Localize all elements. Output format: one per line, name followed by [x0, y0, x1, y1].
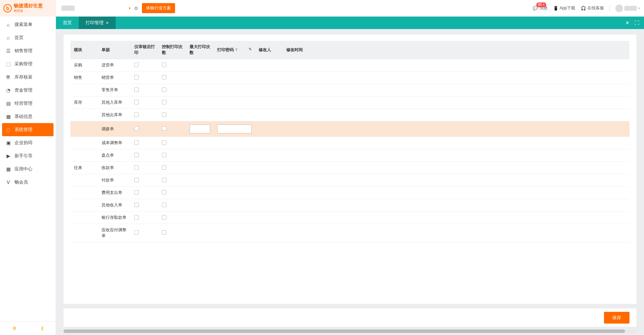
logo-text: 畅捷通好生意 [14, 3, 43, 8]
tab-0[interactable]: 首页 [56, 17, 79, 29]
fullscreen-icon[interactable]: ⛶ [634, 20, 639, 26]
module-cell [70, 187, 98, 199]
gear-icon[interactable]: ⚙ [134, 6, 138, 11]
checkbox[interactable] [134, 203, 139, 207]
sidebar-item-icon: ◌ [6, 127, 11, 132]
checkbox[interactable] [134, 215, 139, 220]
module-cell [70, 109, 98, 121]
modified-time-cell [283, 174, 629, 187]
checkbox[interactable] [162, 140, 166, 145]
help-icon[interactable]: ? [235, 48, 238, 52]
checkbox[interactable] [162, 203, 166, 207]
col-header-0: 模块 [70, 41, 98, 59]
checkbox[interactable] [162, 112, 166, 117]
max-count-cell [186, 199, 214, 212]
separator [609, 5, 610, 11]
sidebar-item-8[interactable]: ◌系统管理 [2, 123, 54, 136]
collapse-icon[interactable]: ⟪ [41, 326, 44, 331]
sidebar-item-4[interactable]: ⛨库存核算 [0, 71, 56, 84]
checkbox[interactable] [134, 230, 139, 235]
table-row: 费用支出单 [70, 187, 629, 199]
sidebar-item-label: 库存核算 [15, 74, 32, 80]
table-row: 往来收款单 [70, 162, 629, 174]
checkbox[interactable] [134, 75, 139, 80]
edit-icon[interactable]: ✎ [249, 47, 252, 52]
checkbox[interactable] [162, 190, 166, 195]
checkbox[interactable] [134, 112, 139, 117]
sidebar-item-1[interactable]: ⌂首页 [0, 31, 56, 44]
sidebar-item-6[interactable]: ▤经营管理 [0, 97, 56, 110]
close-icon[interactable]: ✕ [106, 21, 109, 25]
table-row: 销售销货单 [70, 72, 629, 84]
sidebar-item-0[interactable]: ⌕搜索菜单 [0, 18, 56, 31]
checkbox[interactable] [162, 63, 166, 67]
doc-cell: 费用支出单 [98, 187, 131, 199]
modified-time-cell [283, 187, 629, 199]
checkbox[interactable] [134, 87, 139, 92]
checkbox[interactable] [134, 178, 139, 182]
limit-print-cell [158, 224, 186, 242]
audit-print-cell [131, 137, 158, 149]
tab-1[interactable]: 打印管理✕ [79, 17, 116, 29]
print-manage-table: 模块单据仅审核后打印控制打印次数最大打印次数打印密码?✎修改人修改时间 采购进货… [70, 41, 629, 242]
checkbox[interactable] [162, 153, 166, 157]
max-count-cell [186, 72, 214, 84]
app-download-button[interactable]: 📱 App下载 [553, 5, 575, 11]
checkbox[interactable] [134, 140, 139, 145]
checkbox[interactable] [134, 165, 139, 170]
checkbox[interactable] [162, 165, 166, 170]
experience-button[interactable]: 体验行业方案 [142, 3, 175, 13]
table-row: 银行存取款单 [70, 212, 629, 224]
password-cell [214, 96, 255, 109]
sidebar-item-3[interactable]: ⬚采购管理 [0, 57, 56, 71]
limit-print-cell [158, 72, 186, 84]
checkbox[interactable] [134, 126, 139, 131]
modifier-cell [255, 174, 283, 187]
save-button[interactable]: 保存 [604, 312, 629, 324]
sidebar-item-5[interactable]: ◔资金管理 [0, 84, 56, 97]
max-count-input[interactable] [190, 124, 210, 133]
sidebar-item-11[interactable]: ▦应用中心 [0, 162, 56, 176]
close-all-icon[interactable]: ✕ [625, 20, 629, 26]
sidebar-item-icon: ▶ [6, 153, 11, 159]
module-cell: 库存 [70, 96, 98, 109]
password-cell [214, 162, 255, 174]
col-header-2: 仅审核后打印 [131, 41, 158, 59]
checkbox[interactable] [162, 126, 166, 131]
checkbox[interactable] [162, 178, 166, 182]
limit-print-cell [158, 187, 186, 199]
checkbox[interactable] [134, 63, 139, 67]
checkbox[interactable] [134, 153, 139, 157]
checkbox[interactable] [162, 230, 166, 235]
password-input[interactable] [217, 124, 252, 133]
sidebar-footer: ⚙ ⟪ [0, 321, 56, 335]
sidebar-item-9[interactable]: ▣企业协同 [0, 136, 56, 149]
tabs-bar: 首页打印管理✕✕⛶ [56, 17, 644, 29]
settings-icon[interactable]: ⚙ [12, 326, 17, 331]
company-select[interactable]: —— ▾ [61, 6, 131, 11]
online-service-button[interactable]: 🎧 在线客服 [581, 5, 604, 11]
modifier-cell [255, 121, 283, 137]
scrollbar-thumb[interactable] [64, 329, 625, 333]
checkbox[interactable] [162, 100, 166, 104]
user-menu[interactable]: —— ▾ [615, 4, 640, 12]
horizontal-scrollbar[interactable] [64, 329, 636, 333]
max-count-cell [186, 149, 214, 162]
sidebar-item-icon: ⌕ [6, 22, 11, 27]
checkbox[interactable] [162, 87, 166, 92]
sidebar-item-icon: ◔ [6, 87, 11, 93]
sidebar-item-10[interactable]: ▶新手引导 [0, 149, 56, 162]
checkbox[interactable] [162, 215, 166, 220]
checkbox[interactable] [162, 75, 166, 80]
sidebar-item-2[interactable]: ☰销售管理 [0, 44, 56, 57]
messages-button[interactable]: 💬 消息 99 + [533, 5, 548, 11]
max-count-cell [186, 109, 214, 121]
sidebar-item-12[interactable]: V畅会员 [0, 176, 56, 189]
footer-bar: 保存 [64, 308, 636, 327]
sidebar-item-7[interactable]: ▦基础信息 [0, 110, 56, 123]
checkbox[interactable] [134, 100, 139, 104]
checkbox[interactable] [134, 190, 139, 195]
doc-cell: 付款单 [98, 174, 131, 187]
audit-print-cell [131, 59, 158, 72]
password-cell [214, 59, 255, 72]
